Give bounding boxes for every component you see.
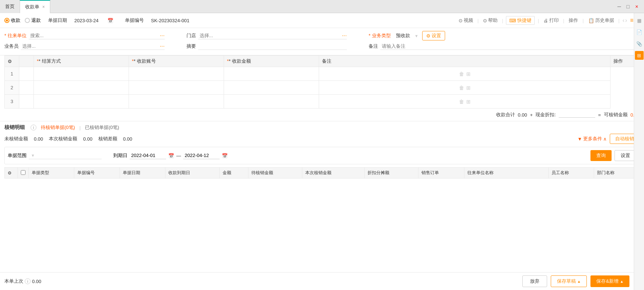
save-new-btn[interactable]: 保存&新增 ▲ bbox=[590, 275, 629, 287]
copy-icon-1[interactable]: ⊞ bbox=[466, 71, 471, 77]
shortcut-btn[interactable]: ⌨ 快捷键 bbox=[506, 16, 535, 25]
divider4: | bbox=[563, 18, 564, 23]
form-row-2: 业务员 ··· 摘要 备注 bbox=[4, 43, 640, 50]
select-all-checkbox[interactable] bbox=[21, 170, 25, 175]
history-btn[interactable]: 📋 历史单据 bbox=[587, 16, 616, 24]
staff-input-wrapper: ··· bbox=[21, 43, 165, 50]
calendar-to-icon[interactable]: 📅 bbox=[222, 153, 228, 158]
account-2[interactable] bbox=[34, 81, 129, 95]
store-input[interactable] bbox=[198, 32, 341, 39]
tab-home[interactable]: 首页 bbox=[0, 0, 20, 13]
settlement-3[interactable] bbox=[19, 95, 34, 109]
verify-amount-label: 可核销金额 bbox=[604, 111, 628, 118]
settlement-2[interactable] bbox=[19, 81, 34, 95]
bottom-table-header: ⚙ 单据类型 单据编号 单据日期 收款到期日 金额 待核销金额 本次核销金额 折… bbox=[5, 168, 640, 179]
discard-btn[interactable]: 放弃 bbox=[522, 275, 547, 287]
amount-2[interactable] bbox=[129, 81, 224, 95]
done-tab[interactable]: 已核销单据(0笔) bbox=[85, 124, 119, 131]
close-button[interactable]: × bbox=[634, 4, 640, 9]
list-icon[interactable]: ≡ bbox=[630, 17, 633, 24]
unchecked-value: 0.00 bbox=[34, 136, 43, 142]
sidebar-table-icon[interactable]: ▦ bbox=[635, 16, 644, 25]
account-3[interactable] bbox=[34, 95, 129, 109]
bth-settings[interactable]: ⚙ bbox=[5, 168, 18, 179]
info-icon[interactable]: i bbox=[31, 125, 36, 130]
divider5: | bbox=[582, 18, 584, 23]
date-from-input[interactable] bbox=[130, 152, 166, 159]
remark-label: 备注 bbox=[369, 43, 378, 50]
sidebar-active-icon[interactable]: ⊞ bbox=[635, 51, 644, 60]
total-label: 收款合计 bbox=[496, 111, 515, 118]
minimize-button[interactable]: ─ bbox=[616, 4, 622, 9]
row-num-3: 3 bbox=[5, 95, 19, 109]
remark-3[interactable] bbox=[224, 95, 319, 109]
operation-btn[interactable]: 操作 bbox=[567, 16, 580, 24]
date-calendar-icon[interactable]: 📅 bbox=[107, 18, 113, 23]
range-select[interactable]: ▾ bbox=[29, 152, 102, 159]
business-type-arrow[interactable]: ▾ bbox=[415, 33, 418, 39]
account-1[interactable] bbox=[34, 67, 129, 81]
filter-settings-btn[interactable]: 设置 bbox=[614, 150, 636, 161]
counterpart-more-btn[interactable]: ··· bbox=[160, 33, 165, 39]
keyboard-icon: ⌨ bbox=[509, 18, 516, 23]
cash-discount-input[interactable] bbox=[559, 112, 595, 118]
filter-row: 单据范围 ▾ 到期日 📅 — 📅 查询 设置 bbox=[4, 147, 640, 164]
staff-input[interactable] bbox=[21, 43, 158, 50]
sidebar-clip-icon[interactable]: 📎 bbox=[635, 39, 644, 48]
query-btn[interactable]: 查询 bbox=[590, 150, 612, 161]
staff-more-btn[interactable]: ··· bbox=[160, 43, 165, 49]
date-separator: — bbox=[176, 153, 181, 158]
prev-arrow[interactable]: ‹ bbox=[623, 17, 624, 24]
range-field: 单据范围 ▾ bbox=[8, 152, 102, 159]
delete-icon-1[interactable]: 🗑 bbox=[459, 71, 464, 77]
delete-icon-3[interactable]: 🗑 bbox=[459, 99, 464, 105]
footer-right: 放弃 保存草稿 ▲ 保存&新增 ▲ bbox=[522, 275, 629, 287]
counterpart-input[interactable] bbox=[29, 32, 158, 39]
th-settlement: ** 结算方式 bbox=[34, 56, 129, 67]
tab-close-icon[interactable]: × bbox=[42, 4, 45, 9]
table-row: 2 🗑 ⊞ bbox=[5, 81, 640, 95]
th-amount: ** 收款金额 bbox=[224, 56, 319, 67]
remark-field: 备注 bbox=[369, 43, 640, 50]
save-draft-btn[interactable]: 保存草稿 ▲ bbox=[551, 275, 587, 287]
data-table-wrapper: ⚙ ** 结算方式 ** 收款账号 ** 收款金额 备注 操作 1 bbox=[0, 55, 644, 109]
discount-label: 现金折扣: bbox=[535, 111, 556, 118]
pending-tab[interactable]: 待核销单据(0笔) bbox=[41, 124, 75, 131]
remark-2[interactable] bbox=[224, 81, 319, 95]
copy-icon-2[interactable]: ⊞ bbox=[466, 85, 471, 91]
remark-1[interactable] bbox=[224, 67, 319, 81]
date-to-input[interactable] bbox=[183, 152, 220, 159]
print-btn[interactable]: 🖨 打印 bbox=[542, 16, 560, 24]
sidebar-doc-icon[interactable]: 📄 bbox=[635, 28, 644, 36]
remark-input[interactable] bbox=[380, 43, 640, 50]
bth-checkbox[interactable] bbox=[18, 168, 29, 179]
maximize-button[interactable]: □ bbox=[625, 4, 631, 9]
amount-1[interactable] bbox=[129, 67, 224, 81]
video-btn[interactable]: ⊙ 视频 bbox=[457, 16, 475, 24]
more-conditions-btn[interactable]: ▼ 更多条件 ∧ bbox=[577, 136, 607, 142]
due-date-label: 到期日 bbox=[113, 152, 127, 159]
verify-title: 核销明细 bbox=[4, 124, 25, 131]
copy-icon-3[interactable]: ⊞ bbox=[466, 99, 471, 105]
tab-current[interactable]: 收款单 × bbox=[20, 0, 50, 13]
divider2: | bbox=[502, 18, 503, 23]
action-2: 🗑 ⊞ bbox=[319, 81, 610, 95]
action-1: 🗑 ⊞ bbox=[319, 67, 610, 81]
radio-receipt[interactable]: 收款 bbox=[4, 17, 20, 24]
next-arrow[interactable]: › bbox=[625, 17, 627, 24]
help-btn[interactable]: ⊙ 帮助 bbox=[482, 16, 499, 24]
radio-refund[interactable]: 退款 bbox=[25, 17, 41, 24]
setting-btn[interactable]: ⚙ 设置 bbox=[422, 31, 445, 40]
bth-current: 本次核销金额 bbox=[302, 168, 364, 179]
settlement-1[interactable] bbox=[19, 67, 34, 81]
summary-input[interactable] bbox=[198, 43, 347, 50]
footer-info-icon[interactable]: i bbox=[25, 278, 31, 284]
delete-icon-2[interactable]: 🗑 bbox=[459, 85, 464, 91]
store-more-btn[interactable]: ··· bbox=[342, 33, 347, 39]
th-settings[interactable]: ⚙ bbox=[5, 56, 19, 67]
receipt-type-group: 收款 退款 bbox=[4, 17, 41, 24]
amount-3[interactable] bbox=[129, 95, 224, 109]
top-toolbar: 收款 退款 单据日期 2023-03-24 📅 单据编号 SK-20230324… bbox=[0, 13, 644, 28]
store-label: 门店 bbox=[186, 32, 196, 39]
calendar-from-icon[interactable]: 📅 bbox=[168, 153, 174, 158]
